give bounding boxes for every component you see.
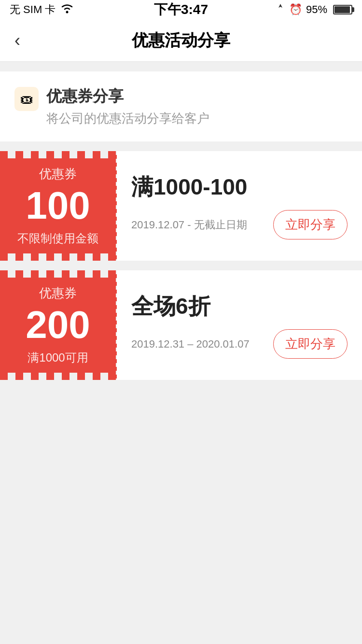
coupon-label-1: 优惠券: [39, 166, 77, 182]
wifi-icon: [60, 3, 74, 16]
share-button-1[interactable]: 立即分享: [273, 210, 348, 239]
coupon-condition-1: 不限制使用金额: [17, 231, 98, 246]
coupon-card-2: 优惠券 200 满1000可用 全场6折 2019.12.31 – 2020.0…: [0, 270, 362, 380]
carrier-label: 无 SIM 卡: [10, 2, 56, 17]
coupon-share-icon: 🎟: [14, 87, 39, 111]
share-button-2[interactable]: 立即分享: [273, 329, 348, 359]
coupon-title-1: 满1000-100: [131, 172, 348, 202]
coupon-left-1: 优惠券 100 不限制使用金额: [0, 151, 116, 261]
status-left: 无 SIM 卡: [10, 2, 74, 17]
svg-text:🎟: 🎟: [20, 92, 33, 107]
section-header: 🎟 优惠券分享 将公司的优惠活动分享给客户: [0, 71, 362, 141]
section-subtitle: 将公司的优惠活动分享给客户: [46, 110, 209, 127]
status-right: ⏰ 95%: [276, 3, 352, 16]
coupon-date-1: 2019.12.07 - 无截止日期: [131, 218, 268, 232]
coupon-list: 优惠券 100 不限制使用金额 满1000-100 2019.12.07 - 无…: [0, 151, 362, 390]
section-title: 优惠券分享: [46, 86, 209, 107]
battery-label: 95%: [306, 3, 327, 16]
battery-icon: [333, 5, 352, 14]
bottom-area: [0, 390, 362, 631]
location-icon: [276, 3, 285, 16]
nav-bar: ‹ 优惠活动分享: [0, 19, 362, 62]
coupon-card-1: 优惠券 100 不限制使用金额 满1000-100 2019.12.07 - 无…: [0, 151, 362, 261]
coupon-amount-1: 100: [26, 186, 90, 225]
coupon-meta-2: 2019.12.31 – 2020.01.07 立即分享: [131, 329, 348, 359]
coupon-date-2: 2019.12.31 – 2020.01.07: [131, 338, 268, 350]
back-button[interactable]: ‹: [14, 30, 20, 51]
status-bar: 无 SIM 卡 下午3:47 ⏰ 95%: [0, 0, 362, 19]
coupon-left-2: 优惠券 200 满1000可用: [0, 270, 116, 380]
coupon-title-2: 全场6折: [131, 292, 348, 322]
coupon-amount-2: 200: [26, 306, 90, 344]
coupon-meta-1: 2019.12.07 - 无截止日期 立即分享: [131, 210, 348, 239]
alarm-icon: ⏰: [289, 3, 302, 16]
coupon-label-2: 优惠券: [39, 285, 77, 302]
coupon-condition-2: 满1000可用: [28, 350, 88, 365]
svg-point-0: [66, 11, 69, 14]
coupon-right-2: 全场6折 2019.12.31 – 2020.01.07 立即分享: [117, 270, 362, 380]
section-text: 优惠券分享 将公司的优惠活动分享给客户: [46, 86, 209, 127]
coupon-right-1: 满1000-100 2019.12.07 - 无截止日期 立即分享: [117, 151, 362, 261]
status-time: 下午3:47: [154, 0, 208, 19]
page-title: 优惠活动分享: [132, 29, 230, 52]
